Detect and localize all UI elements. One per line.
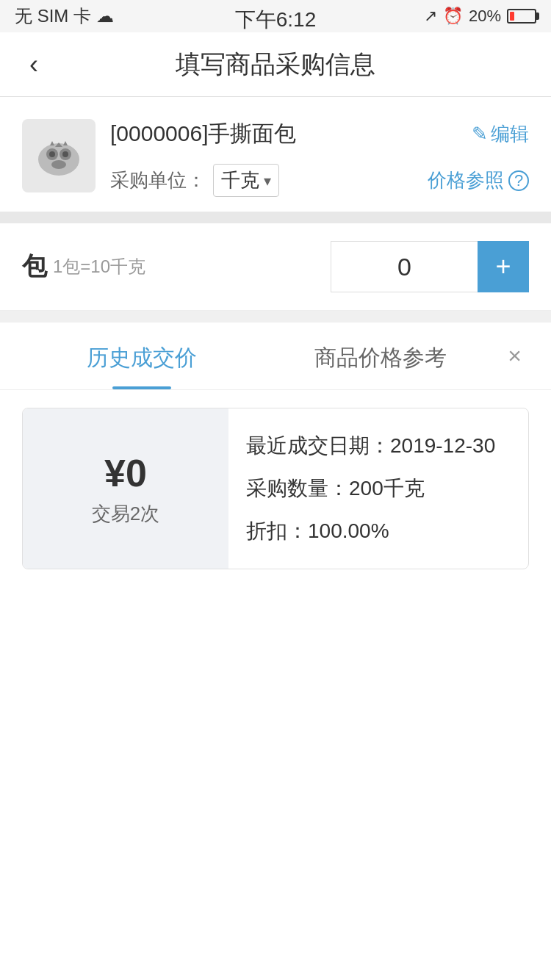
purchase-qty-value: 200千克 [349, 477, 425, 500]
product-thumbnail [22, 119, 96, 192]
tab-history-price[interactable]: 历史成交价 [22, 323, 262, 389]
price-ref-label: 价格参照 [428, 167, 504, 193]
quantity-input-wrap: + [331, 241, 529, 292]
battery-text: 20% [469, 7, 501, 26]
svg-marker-8 [63, 141, 68, 145]
unit-value: 千克 [221, 167, 259, 193]
unit-select[interactable]: 千克 ▾ [213, 164, 279, 197]
history-price-value: ¥0 [104, 451, 147, 495]
alarm-icon: ⏰ [443, 7, 463, 26]
nav-bar: ‹ 填写商品采购信息 [0, 32, 551, 97]
product-card: [0000006]手撕面包 ✎ 编辑 采购单位： 千克 ▾ 价格参照 ? [0, 97, 551, 212]
page-title: 填写商品采购信息 [176, 48, 375, 82]
question-icon: ? [508, 170, 529, 191]
tabs-header: 历史成交价 商品价格参考 × [0, 323, 551, 390]
status-bar: 无 SIM 卡 ☁ 下午6:12 ↗ ⏰ 20% [0, 0, 551, 32]
location-icon: ↗ [424, 7, 437, 26]
back-button[interactable]: ‹ [22, 42, 46, 87]
history-trades-count: 交易2次 [92, 501, 159, 527]
status-right: ↗ ⏰ 20% [424, 7, 536, 26]
history-purchase-qty: 采购数量：200千克 [246, 473, 511, 504]
svg-point-4 [62, 151, 68, 157]
product-header: [0000006]手撕面包 ✎ 编辑 [110, 119, 529, 149]
history-price-left: ¥0 交易2次 [23, 408, 228, 569]
discount-value: 100.00% [308, 519, 389, 542]
edit-button[interactable]: ✎ 编辑 [472, 121, 529, 147]
product-image [33, 134, 84, 178]
quantity-plus-button[interactable]: + [478, 241, 529, 292]
svg-point-3 [49, 151, 55, 157]
quantity-row: 包 1包=10千克 + [0, 223, 551, 311]
quantity-label: 包 1包=10千克 [22, 250, 145, 284]
history-recent-date: 最近成交日期：2019-12-30 [246, 430, 511, 461]
product-name: [0000006]手撕面包 [110, 119, 296, 149]
status-left: 无 SIM 卡 ☁ [15, 4, 114, 28]
unit-selector-wrap: 采购单位： 千克 ▾ [110, 164, 279, 197]
battery-icon [507, 9, 536, 24]
edit-label: 编辑 [491, 121, 529, 147]
tabs-container: 历史成交价 商品价格参考 × ¥0 交易2次 最近成交日期：2019-12-30… [0, 323, 551, 980]
svg-point-5 [51, 160, 66, 169]
section-divider [0, 212, 551, 223]
history-list: ¥0 交易2次 最近成交日期：2019-12-30 采购数量：200千克 折扣：… [0, 390, 551, 587]
quantity-hint: 1包=10千克 [53, 255, 145, 278]
history-discount: 折扣：100.00% [246, 516, 511, 547]
status-time: 下午6:12 [235, 6, 317, 34]
recent-date-value: 2019-12-30 [390, 434, 495, 457]
recent-date-label: 最近成交日期： [246, 434, 390, 457]
product-unit-row: 采购单位： 千克 ▾ 价格参照 ? [110, 164, 529, 197]
price-reference-button[interactable]: 价格参照 ? [428, 167, 529, 193]
sim-signal-text: 无 SIM 卡 ☁ [15, 4, 114, 28]
edit-icon: ✎ [472, 123, 488, 145]
svg-point-0 [38, 143, 79, 176]
purchase-qty-label: 采购数量： [246, 477, 349, 500]
history-card: ¥0 交易2次 最近成交日期：2019-12-30 采购数量：200千克 折扣：… [22, 408, 529, 569]
main-content-area [0, 587, 551, 980]
unit-label: 采购单位： [110, 167, 206, 193]
tab-price-reference[interactable]: 商品价格参考 [262, 323, 501, 389]
tab-close-button[interactable]: × [500, 335, 529, 377]
quantity-unit-label: 包 [22, 250, 47, 284]
product-info: [0000006]手撕面包 ✎ 编辑 采购单位： 千克 ▾ 价格参照 ? [110, 119, 529, 197]
dropdown-arrow-icon: ▾ [264, 172, 271, 190]
history-details-right: 最近成交日期：2019-12-30 采购数量：200千克 折扣：100.00% [228, 408, 528, 569]
product-logo-icon [33, 134, 84, 178]
discount-label: 折扣： [246, 519, 308, 542]
quantity-input[interactable] [331, 241, 478, 292]
svg-marker-7 [50, 141, 54, 145]
